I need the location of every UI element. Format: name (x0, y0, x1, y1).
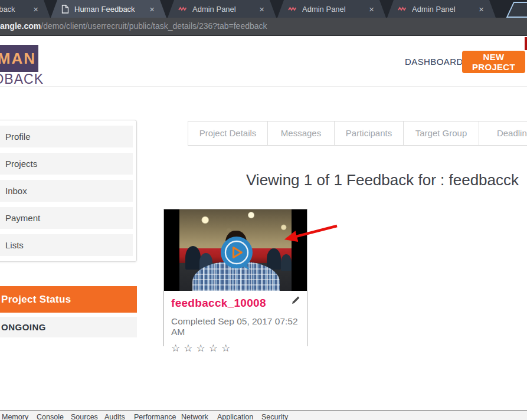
tab-title: Admin Panel (302, 5, 362, 14)
star-icon[interactable]: ☆ (184, 343, 196, 354)
browser-tab-5[interactable]: Admin Panel × (387, 0, 496, 18)
project-status-header: Project Status (0, 286, 137, 313)
sidebar-item-payment[interactable]: Payment (0, 207, 133, 229)
feedback-title[interactable]: feedbacck_10008 (171, 297, 300, 310)
wave-icon (398, 6, 407, 12)
feedback-status-text: Completed Sep 05, 2017 07:52 AM (171, 316, 300, 337)
star-icon[interactable]: ☆ (197, 343, 209, 354)
close-icon[interactable]: × (148, 5, 156, 14)
browser-tab-4[interactable]: Admin Panel × (277, 0, 386, 18)
devtools-tab-console[interactable]: Console (37, 413, 64, 420)
browser-tabstrip: Human Feedback × Human Feedback × Admin … (0, 0, 527, 18)
annotation-arrow (276, 221, 342, 247)
devtools-tab-application[interactable]: Application (217, 413, 253, 420)
new-tab-button[interactable] (506, 2, 527, 18)
close-icon[interactable]: × (477, 5, 485, 14)
tab-target-group[interactable]: Target Group (403, 122, 479, 145)
devtools-tab-audits[interactable]: Audits (104, 413, 125, 420)
url-domain: angle.com (0, 21, 41, 31)
sidebar-item-profile[interactable]: Profile (0, 126, 133, 147)
close-icon[interactable]: × (368, 5, 375, 14)
logo[interactable]: HUMAN (0, 45, 38, 72)
wave-icon (288, 6, 297, 12)
photo-figure (267, 248, 281, 270)
tab-title: Admin Panel (192, 5, 253, 14)
page-title: Viewing 1 of 1 Feedback for : feedbacck (188, 171, 527, 189)
feedback-card-info: feedbacck_10008 Completed Sep 05, 2017 0… (164, 291, 307, 347)
devtools-tab-memory[interactable]: Memory (2, 413, 28, 420)
devtools-tab-performance[interactable]: Performance (134, 413, 176, 420)
url-path: /demo/client/userrecruit/public/task_det… (41, 21, 267, 31)
browser-tab-1[interactable]: Human Feedback × (0, 0, 50, 18)
devtools-tab-sources[interactable]: Sources (71, 413, 98, 420)
browser-tab-3[interactable]: Admin Panel × (168, 0, 276, 18)
tab-project-details[interactable]: Project Details (188, 122, 267, 145)
star-icon[interactable]: ☆ (171, 343, 184, 354)
status-item-ongoing[interactable]: ONGOING (0, 317, 137, 337)
tab-deadline[interactable]: Deadline (479, 122, 527, 145)
sidebar-item-lists[interactable]: Lists (0, 234, 133, 256)
project-status-panel: Project Status ONGOING (0, 286, 137, 337)
dashboard-link[interactable]: DASHBOARD (405, 57, 463, 67)
tab-messages[interactable]: Messages (267, 122, 334, 145)
star-icon[interactable]: ☆ (209, 343, 221, 354)
photo-figure (185, 246, 201, 270)
header-divider (0, 86, 527, 87)
clipped-edge-element (525, 37, 527, 50)
browser-tab-active[interactable]: Human Feedback × (51, 0, 166, 18)
edit-icon[interactable] (290, 296, 301, 306)
tab-participants[interactable]: Participants (334, 122, 403, 145)
tab-title: Admin Panel (412, 5, 472, 14)
photo-figure (281, 254, 292, 271)
sidebar-nav: Profile Projects Inbox Payment Lists (0, 120, 137, 262)
sidebar-item-projects[interactable]: Projects (0, 153, 133, 175)
page-icon (61, 5, 69, 14)
tab-title: Human Feedback (74, 5, 143, 14)
address-bar[interactable]: angle.com/demo/client/userrecruit/public… (0, 18, 527, 36)
task-tabs: Project Details Messages Participants Ta… (188, 121, 527, 146)
sidebar-item-inbox[interactable]: Inbox (0, 180, 133, 202)
close-icon[interactable]: × (258, 5, 266, 14)
rating-stars[interactable]: ☆☆☆☆☆ (171, 342, 300, 355)
play-icon[interactable] (219, 235, 254, 270)
devtools-tab-security[interactable]: Security (261, 413, 288, 420)
tab-title: Human Feedback (0, 5, 27, 14)
devtools-tab-network[interactable]: Network (181, 413, 208, 420)
devtools-tabbar: Memory Console Sources Audits Performanc… (0, 410, 527, 420)
browser-window: Human Feedback × Human Feedback × Admin … (0, 0, 527, 420)
new-project-button[interactable]: NEW PROJECT (462, 51, 525, 73)
logo-text-top: HUMAN (0, 50, 36, 68)
wave-icon (178, 6, 187, 12)
logo-text-bottom: FEEDBACK (0, 71, 37, 87)
star-icon[interactable]: ☆ (221, 343, 234, 354)
close-icon[interactable]: × (32, 5, 40, 14)
